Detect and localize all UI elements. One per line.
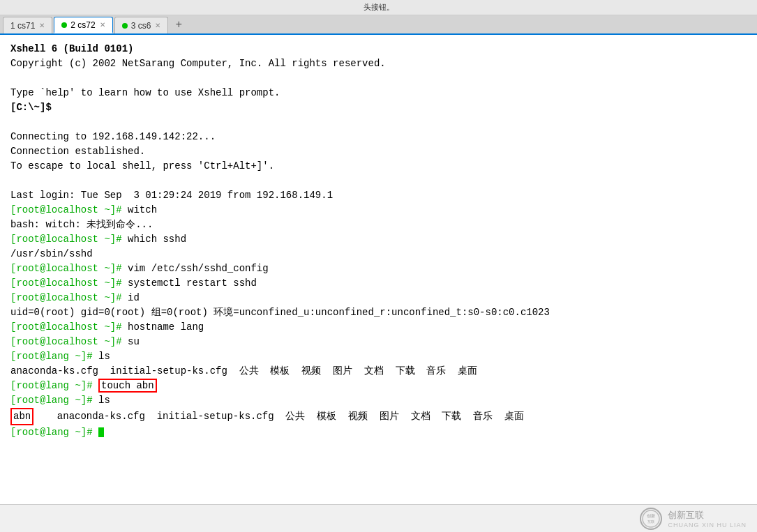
tab-1-label: 1 cs71 (10, 21, 35, 31)
terminal-line-26: abn anaconda-ks.cfg initial-setup-ks.cfg… (10, 408, 747, 425)
svg-text:互联: 互联 (647, 519, 655, 524)
terminal-line-19: uid=0(root) gid=0(root) 组=0(root) 环境=unc… (10, 305, 747, 320)
terminal-line-7: Connecting to 192.168.149.142:22... (10, 130, 747, 144)
tab-1[interactable]: 1 cs71 ✕ (3, 17, 52, 33)
terminal-line-3 (10, 71, 747, 86)
tab-add-button[interactable]: + (170, 17, 188, 33)
title-bar: 头接钮。 (0, 0, 757, 15)
terminal-line-24: [root@lang ~]# touch abn (10, 379, 747, 393)
terminal-line-12: [root@localhost ~]# witch (10, 203, 747, 218)
terminal-line-9: To escape to local shell, press 'Ctrl+Al… (10, 159, 747, 174)
tab-2-label: 2 cs72 (70, 20, 95, 30)
terminal-line-10 (10, 174, 747, 188)
terminal-line-18: [root@localhost ~]# id (10, 291, 747, 305)
title-bar-text: 头接钮。 (3, 2, 754, 13)
terminal-line-6 (10, 115, 747, 130)
terminal-line-8: Connection established. (10, 144, 747, 159)
terminal-line-14: [root@localhost ~]# which sshd (10, 232, 747, 247)
terminal-line-23: anaconda-ks.cfg initial-setup-ks.cfg 公共 … (10, 364, 747, 379)
highlight-touch-cmd: touch abn (98, 379, 157, 393)
terminal-line-27: [root@lang ~]# (10, 425, 747, 440)
watermark-text1: 创新互联 (668, 509, 747, 522)
tab-2-close[interactable]: ✕ (100, 21, 105, 29)
svg-point-0 (643, 510, 659, 527)
terminal-line-1: Xshell 6 (Build 0101) (10, 42, 747, 56)
terminal-line-20: [root@localhost ~]# hostname lang (10, 320, 747, 335)
prompt-18: [root@localhost ~]# (10, 292, 128, 303)
tab-2[interactable]: 2 cs72 ✕ (54, 17, 112, 33)
prompt-16: [root@localhost ~]# (10, 263, 128, 274)
terminal-line-2: Copyright (c) 2002 NetSarang Computer, I… (10, 56, 747, 71)
watermark-text-block: 创新互联 CHUANG XIN HU LIAN (668, 509, 747, 529)
tab-3-close[interactable]: ✕ (155, 22, 160, 29)
tab-3[interactable]: 3 cs6 ✕ (114, 17, 169, 33)
tab-2-dot (61, 22, 67, 28)
watermark: 创新 互联 创新互联 CHUANG XIN HU LIAN (640, 508, 747, 530)
terminal-line-5: [C:\~]$ (10, 100, 747, 115)
prompt-12: [root@localhost ~]# (10, 204, 128, 215)
status-bar: 创新 互联 创新互联 CHUANG XIN HU LIAN (0, 504, 757, 532)
prompt-20: [root@localhost ~]# (10, 321, 128, 333)
prompt-14: [root@localhost ~]# (10, 234, 128, 245)
prompt-17: [root@localhost ~]# (10, 278, 128, 289)
tab-bar: 1 cs71 ✕ 2 cs72 ✕ 3 cs6 ✕ + (0, 15, 757, 35)
svg-text:创新: 创新 (646, 513, 656, 518)
prompt-22: [root@lang ~]# (10, 351, 98, 362)
terminal-line-21: [root@localhost ~]# su (10, 335, 747, 349)
terminal-line-4: Type `help' to learn how to use Xshell p… (10, 86, 747, 100)
watermark-text2: CHUANG XIN HU LIAN (668, 522, 747, 529)
tab-3-dot (122, 23, 128, 29)
highlight-abn: abn (10, 408, 33, 425)
tab-3-label: 3 cs6 (131, 21, 151, 31)
watermark-icon: 创新 互联 (641, 509, 661, 529)
prompt-21: [root@localhost ~]# (10, 336, 128, 347)
prompt-24: [root@lang ~]# (10, 380, 98, 391)
terminal-line-13: bash: witch: 未找到命令... (10, 218, 747, 232)
cursor (98, 427, 104, 437)
terminal-line-16: [root@localhost ~]# vim /etc/ssh/sshd_co… (10, 261, 747, 276)
prompt-25: [root@lang ~]# (10, 395, 98, 406)
prompt-27: [root@lang ~]# (10, 427, 98, 438)
terminal-area[interactable]: Xshell 6 (Build 0101) Copyright (c) 2002… (0, 35, 757, 504)
terminal-line-17: [root@localhost ~]# systemctl restart ss… (10, 276, 747, 291)
watermark-circle: 创新 互联 (640, 508, 662, 530)
terminal-line-25: [root@lang ~]# ls (10, 393, 747, 408)
terminal-line-15: /usr/sbin/sshd (10, 247, 747, 261)
terminal-line-22: [root@lang ~]# ls (10, 349, 747, 364)
terminal-line-11: Last login: Tue Sep 3 01:29:24 2019 from… (10, 188, 747, 203)
tab-1-close[interactable]: ✕ (39, 22, 45, 29)
